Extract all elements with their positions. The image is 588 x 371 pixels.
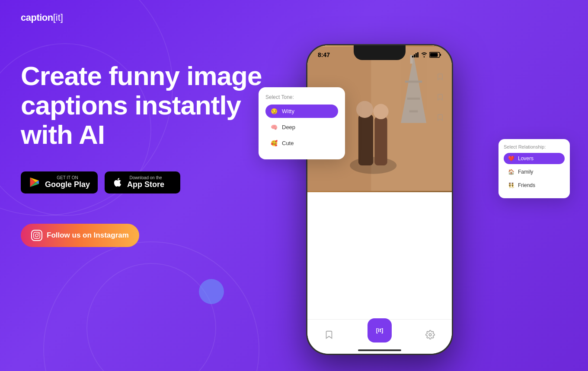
left-side: Create funny image captions instantly wi… — [21, 35, 272, 247]
store-buttons: GET IT ON Google Play Download on the Ap… — [21, 171, 272, 194]
tone-deep-label: Deep — [282, 124, 295, 130]
instagram-label: Follow us on Instagram — [47, 231, 129, 240]
tone-witty-label: Witty — [282, 108, 294, 114]
svg-rect-17 — [374, 117, 387, 165]
rel-family-icon: 🏠 — [508, 169, 514, 175]
google-play-sub: GET IT ON — [45, 176, 90, 180]
app-store-main: App Store — [127, 180, 164, 190]
logo: caption[it] — [21, 12, 567, 23]
tone-card: Select Tone: 😏 Witty 🧠 Deep 🥰 Cute — [259, 87, 345, 159]
home-indicator — [358, 349, 401, 351]
google-play-button[interactable]: GET IT ON Google Play — [21, 171, 98, 194]
phone-nav: [it] — [307, 319, 452, 354]
rel-lovers-label: Lovers — [518, 155, 534, 162]
svg-rect-15 — [358, 114, 373, 165]
app-store-sub: Download on the — [127, 176, 164, 180]
logo-bracket: [it] — [53, 12, 63, 23]
tone-witty[interactable]: 😏 Witty — [265, 105, 338, 118]
tone-deep[interactable]: 🧠 Deep — [265, 120, 338, 134]
svg-rect-6 — [440, 54, 441, 56]
nav-center-logo[interactable]: [it] — [368, 318, 392, 342]
hero-title: Create funny image captions instantly wi… — [21, 61, 272, 150]
instagram-svg — [33, 232, 40, 239]
svg-point-18 — [373, 104, 388, 119]
rel-friends[interactable]: 👯 Friends — [504, 180, 565, 191]
svg-rect-5 — [430, 53, 438, 57]
bookmark-icon-1[interactable] — [436, 73, 444, 81]
rel-friends-icon: 👯 — [508, 182, 514, 188]
svg-rect-11 — [407, 98, 420, 100]
tone-witty-icon: 😏 — [271, 108, 278, 114]
google-play-text: GET IT ON Google Play — [45, 176, 90, 190]
header: caption[it] — [0, 0, 588, 35]
bookmark-icon-2[interactable] — [436, 93, 444, 101]
svg-rect-10 — [405, 81, 422, 83]
phone-time: 8:47 — [318, 51, 330, 58]
svg-rect-0 — [412, 56, 413, 57]
phone-notch — [354, 45, 406, 60]
tone-cute[interactable]: 🥰 Cute — [265, 136, 338, 150]
app-store-text: Download on the App Store — [127, 176, 164, 190]
nav-settings-icon[interactable] — [425, 330, 435, 339]
svg-rect-1 — [414, 54, 415, 57]
rel-family[interactable]: 🏠 Family — [504, 166, 565, 178]
battery-icon — [429, 52, 441, 58]
tone-cute-label: Cute — [282, 140, 294, 146]
rel-lovers[interactable]: ❤️ Lovers — [504, 153, 565, 164]
relationship-card-title: Select Relationship: — [504, 144, 565, 149]
rel-friends-label: Friends — [518, 182, 535, 188]
signal-icon — [412, 52, 419, 57]
apple-icon — [112, 177, 123, 187]
svg-rect-3 — [417, 52, 419, 57]
nav-center-label: [it] — [376, 327, 383, 333]
instagram-icon — [31, 230, 42, 241]
tone-deep-icon: 🧠 — [271, 124, 278, 130]
wifi-icon — [421, 52, 428, 57]
bookmark-icon-3[interactable] — [436, 114, 444, 121]
phone-status-icons — [412, 52, 441, 58]
nav-bookmark-icon[interactable] — [324, 330, 334, 339]
logo-text: caption — [21, 12, 53, 23]
google-play-main: Google Play — [45, 180, 90, 190]
svg-rect-12 — [409, 110, 418, 112]
tone-cute-icon: 🥰 — [271, 140, 278, 146]
instagram-button[interactable]: Follow us on Instagram — [21, 224, 139, 247]
page-wrapper: caption[it] Create funny image captions … — [0, 0, 588, 371]
tone-card-title: Select Tone: — [265, 94, 338, 100]
blue-dot — [199, 279, 224, 304]
google-play-icon — [29, 176, 41, 188]
relationship-card: Select Relationship: ❤️ Lovers 🏠 Family … — [499, 139, 570, 198]
main-content: Create funny image captions instantly wi… — [0, 35, 588, 371]
svg-rect-2 — [415, 53, 417, 57]
app-store-button[interactable]: Download on the App Store — [105, 171, 180, 194]
rel-family-label: Family — [518, 169, 533, 175]
right-side: Select Tone: 😏 Witty 🧠 Deep 🥰 Cute — [272, 35, 566, 371]
rel-lovers-icon: ❤️ — [508, 155, 514, 162]
svg-point-19 — [429, 333, 431, 336]
svg-point-16 — [356, 101, 373, 118]
